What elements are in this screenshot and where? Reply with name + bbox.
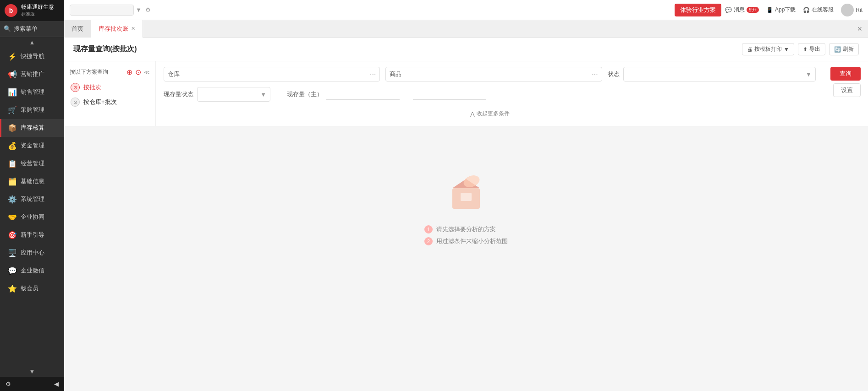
sidebar-item-purchase[interactable]: 🛒采购管理 bbox=[0, 101, 64, 119]
warehouse-field[interactable]: 仓库 ··· bbox=[164, 67, 380, 81]
hint-1-number: 1 bbox=[424, 225, 433, 234]
messages-group[interactable]: 💬 消息 99+ bbox=[725, 6, 759, 14]
print-dropdown-icon[interactable]: ▼ bbox=[784, 46, 789, 53]
filter-settings-button[interactable]: 设置 bbox=[833, 83, 861, 97]
tab-home[interactable]: 首页 bbox=[64, 20, 91, 38]
sidebar-header: b 畅康通好生意 标准版 bbox=[0, 0, 64, 21]
sidebar-finance-icon: 💰 bbox=[8, 141, 17, 150]
stock-status-select[interactable]: ▼ bbox=[197, 87, 270, 102]
hint-1-text: 请先选择要分析的方案 bbox=[436, 225, 496, 234]
empty-state: 1 请先选择要分析的方案 2 用过滤条件来缩小分析范围 bbox=[64, 126, 868, 282]
settings-icon[interactable]: ⚙ bbox=[5, 380, 11, 387]
sidebar-item-wechat[interactable]: 💬企业微信 bbox=[0, 262, 64, 280]
stock-qty-min-input[interactable] bbox=[326, 89, 400, 100]
export-icon: ⬆ bbox=[803, 46, 808, 53]
scheme-warehouse-batch-label: 按仓库+批次 bbox=[83, 98, 117, 106]
sidebar-item-label: 营销推广 bbox=[21, 70, 44, 78]
online-service-label: 在线客服 bbox=[812, 6, 834, 14]
sidebar-item-member[interactable]: ⭐畅会员 bbox=[0, 280, 64, 298]
tab-batch-account[interactable]: 库存批次账 ✕ bbox=[91, 20, 143, 38]
filter-left-actions: ⊕ ⊙ ≪ bbox=[126, 68, 150, 76]
filter-panel: 按以下方案查询 ⊕ ⊙ ≪ ⊙ 按批次 ⊙ 按仓库+批次 bbox=[64, 61, 868, 126]
sidebar-item-sales[interactable]: 📊销售管理 bbox=[0, 83, 64, 101]
headset-icon: 🎧 bbox=[803, 7, 810, 13]
add-scheme-icon[interactable]: ⊕ bbox=[126, 68, 132, 76]
sidebar-item-inventory[interactable]: 📦库存核算 bbox=[0, 119, 64, 137]
sidebar-item-appcenter[interactable]: 🖥️应用中心 bbox=[0, 244, 64, 262]
tabbar: 首页 库存批次账 ✕ ✕ bbox=[64, 20, 868, 38]
filter-right-wrapper: 仓库 ··· 商品 ··· 状态 bbox=[156, 61, 868, 126]
hint-1: 1 请先选择要分析的方案 bbox=[424, 225, 508, 234]
app-info: 畅康通好生意 标准版 bbox=[21, 4, 54, 17]
refresh-button[interactable]: 🔄 刷新 bbox=[829, 43, 859, 55]
sidebar-scroll-up[interactable]: ▲ bbox=[0, 37, 64, 48]
sidebar-item-basic[interactable]: 🗂️基础信息 bbox=[0, 173, 64, 190]
product-more-icon[interactable]: ··· bbox=[592, 70, 598, 78]
product-input[interactable] bbox=[419, 71, 592, 78]
filter-left: 按以下方案查询 ⊕ ⊙ ≪ ⊙ 按批次 ⊙ 按仓库+批次 bbox=[64, 61, 156, 126]
download-icon: 📱 bbox=[766, 7, 773, 13]
content-area: 现存量查询(按批次) 🖨 按模板打印 ▼ ⬆ 导出 🔄 刷新 bbox=[64, 38, 868, 391]
username-label: Rit bbox=[856, 7, 863, 13]
stock-qty-label: 现存量（主） bbox=[287, 90, 323, 98]
sidebar-item-label: 销售管理 bbox=[21, 88, 44, 96]
sidebar: b 畅康通好生意 标准版 🔍 搜索菜单 ▲ ⚡快捷导航📢营销推广📊销售管理🛒采购… bbox=[0, 0, 64, 391]
sidebar-item-shortcut[interactable]: ⚡快捷导航 bbox=[0, 48, 64, 65]
filter-button-group: 查询 设置 bbox=[823, 61, 868, 103]
filter-main-row: 仓库 ··· 商品 ··· 状态 bbox=[156, 61, 868, 126]
dropdown-arrow-icon[interactable]: ▼ bbox=[136, 6, 142, 13]
settings-gear-icon[interactable]: ⚙ bbox=[145, 6, 151, 13]
warehouse-more-icon[interactable]: ··· bbox=[370, 70, 376, 78]
sidebar-basic-icon: 🗂️ bbox=[8, 177, 17, 186]
collapse-label: 收起更多条件 bbox=[477, 110, 510, 118]
export-button[interactable]: ⬆ 导出 bbox=[798, 43, 825, 55]
print-template-button[interactable]: 🖨 按模板打印 ▼ bbox=[742, 43, 794, 55]
stock-status-dropdown-icon: ▼ bbox=[260, 91, 266, 98]
tabbar-close-button[interactable]: ✕ bbox=[857, 25, 863, 33]
sidebar-item-marketing[interactable]: 📢营销推广 bbox=[0, 65, 64, 83]
scheme-item-batch[interactable]: ⊙ 按批次 bbox=[64, 80, 155, 95]
sidebar-item-operations[interactable]: 📋经营管理 bbox=[0, 155, 64, 173]
sidebar-item-newbie[interactable]: 🎯新手引导 bbox=[0, 226, 64, 244]
sidebar-item-system[interactable]: ⚙️系统管理 bbox=[0, 190, 64, 208]
page-actions: 🖨 按模板打印 ▼ ⬆ 导出 🔄 刷新 bbox=[742, 43, 859, 55]
sidebar-item-enterprise[interactable]: 🤝企业协同 bbox=[0, 208, 64, 226]
stock-qty-dash: — bbox=[403, 91, 409, 98]
scheme-item-warehouse-batch[interactable]: ⊙ 按仓库+批次 bbox=[64, 95, 155, 109]
sidebar-item-finance[interactable]: 💰资金管理 bbox=[0, 137, 64, 155]
warehouse-input[interactable] bbox=[197, 71, 370, 78]
status-field-group: 状态 ▼ bbox=[608, 67, 816, 81]
tab-close-icon[interactable]: ✕ bbox=[131, 26, 135, 32]
app-download-group[interactable]: 📱 App下载 bbox=[766, 6, 796, 14]
sidebar-item-label: 库存核算 bbox=[21, 124, 44, 132]
search-label: 搜索菜单 bbox=[14, 25, 38, 33]
status-select[interactable]: ▼ bbox=[623, 67, 816, 81]
sidebar-scroll-down[interactable]: ▼ bbox=[0, 366, 64, 377]
sidebar-nav: ⚡快捷导航📢营销推广📊销售管理🛒采购管理📦库存核算💰资金管理📋经营管理🗂️基础信… bbox=[0, 48, 64, 366]
sidebar-system-icon: ⚙️ bbox=[8, 195, 17, 204]
query-button[interactable]: 查询 bbox=[830, 67, 861, 81]
collapse-left-icon[interactable]: ≪ bbox=[144, 69, 150, 76]
scheme-settings-icon[interactable]: ⊙ bbox=[135, 68, 141, 76]
printer-icon: 🖨 bbox=[747, 46, 753, 53]
topbar: ▼ ⚙ 体验行业方案 💬 消息 99+ 📱 App下载 🎧 在线客服 Rit bbox=[64, 0, 868, 20]
stock-qty-max-input[interactable] bbox=[413, 89, 486, 100]
sidebar-member-icon: ⭐ bbox=[8, 284, 17, 293]
stock-status-label: 现存量状态 bbox=[164, 90, 193, 98]
collapse-icon[interactable]: ◀ bbox=[54, 380, 59, 387]
sidebar-footer: ⚙ ◀ bbox=[0, 377, 64, 391]
page-header: 现存量查询(按批次) 🖨 按模板打印 ▼ ⬆ 导出 🔄 刷新 bbox=[64, 38, 868, 61]
app-logo: b bbox=[5, 4, 17, 17]
sidebar-search[interactable]: 🔍 搜索菜单 bbox=[0, 21, 64, 37]
sidebar-item-label: 畅会员 bbox=[21, 284, 38, 293]
online-service-group[interactable]: 🎧 在线客服 bbox=[803, 6, 834, 14]
trial-industry-button[interactable]: 体验行业方案 bbox=[675, 4, 721, 16]
sidebar-wechat-icon: 💬 bbox=[8, 266, 17, 275]
stock-qty-group: 现存量（主） — bbox=[287, 89, 486, 100]
product-field[interactable]: 商品 ··· bbox=[385, 67, 602, 81]
collapse-filters-button[interactable]: ⋀ 收起更多条件 bbox=[164, 107, 816, 120]
home-tab-label: 首页 bbox=[71, 25, 83, 33]
topbar-search-input[interactable] bbox=[70, 5, 134, 16]
sidebar-marketing-icon: 📢 bbox=[8, 70, 17, 79]
user-group[interactable]: Rit bbox=[841, 4, 863, 16]
